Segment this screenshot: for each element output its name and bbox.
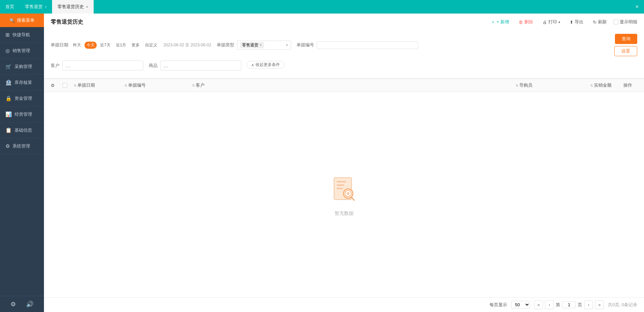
window-close-button[interactable]: × [630,4,644,10]
table-header: ⚙ ⇅ 单据日期 ⇅ 单据编号 ⇅ 客户 ⇅ [44,79,644,92]
customer-filter-group: 客户 ... [51,61,143,70]
bill-type-label: 单据类型 [217,42,234,48]
tab-retail-return-history-close[interactable]: × [86,5,88,9]
filter-area: 单据日期 昨天 今天 近7天 近1月 更多 自定义 2023-06-02 至 2… [51,30,637,78]
print-button[interactable]: 🖨 打印 ▾ [540,18,563,26]
query-action-group: 查询 设置 [614,34,637,56]
display-mingxi-label: 显示明细 [620,19,637,25]
date-shortcut-custom[interactable]: 自定义 [143,42,159,49]
add-label: + 新增 [497,19,509,25]
tab-retail-return[interactable]: 零售退货 × [20,0,52,14]
customer-label: 客户 [51,63,59,69]
refresh-icon: ↻ [593,20,597,25]
th-checkbox[interactable] [59,83,71,88]
add-button[interactable]: ＋ + 新增 [488,18,512,26]
sidebar-item-label: 基础信息 [15,127,32,133]
bill-type-tag-remove[interactable]: × [260,43,262,47]
date-shortcut-1month[interactable]: 近1月 [114,42,128,49]
goods-filter-group: 商品 ... [149,61,241,70]
sidebar-item-label: 库存核算 [15,80,32,86]
sidebar-item-finance[interactable]: 🔒 资金管理 [0,91,44,107]
th-guide[interactable]: ⇅ 导购员 [513,82,564,88]
filter-settings-button[interactable]: 设置 [614,46,637,56]
filter-row-1: 单据日期 昨天 今天 近7天 近1月 更多 自定义 2023-06-02 至 2… [51,34,637,56]
delete-button[interactable]: 🗑 删除 [516,18,536,26]
base-info-icon: 📋 [5,127,12,133]
sidebar-item-sales-mgmt[interactable]: ◎ 销售管理 [0,43,44,59]
sidebar-item-quick-nav[interactable]: ⊞ 快捷导航 [0,27,44,43]
sidebar-item-base-info[interactable]: 📋 基础信息 [0,122,44,138]
page-title: 零售退货历史 [51,19,83,26]
th-action-label: 操作 [623,82,632,88]
next-page-button[interactable]: › [584,300,593,309]
th-billno-sort-icon: ⇅ [124,84,127,87]
th-date[interactable]: ⇅ 单据日期 [71,82,122,88]
empty-illustration [327,173,361,206]
date-shortcut-today[interactable]: 今天 [85,42,97,49]
sidebar-search[interactable]: 🔍 搜索菜单 [0,14,44,27]
page-size-select[interactable]: 50 20 100 [511,301,530,309]
bill-type-select[interactable]: 零售退货 × ▾ [237,41,291,50]
mingxi-checkbox-box[interactable] [614,20,618,24]
th-customer-label: 客户 [196,82,205,88]
query-button[interactable]: 查询 [615,34,637,44]
date-shortcut-yesterday[interactable]: 昨天 [71,42,83,49]
th-amount[interactable]: ⇅ 实销金额 [564,82,614,88]
date-shortcuts: 昨天 今天 近7天 近1月 更多 自定义 [71,42,159,49]
delete-label: 删除 [524,19,533,25]
display-mingxi-checkbox[interactable]: 显示明细 [614,19,637,25]
sidebar-bottom: ⚙ 🔊 [0,296,44,312]
collapse-button[interactable]: ∧ 收起更多条件 [247,61,284,69]
svg-line-6 [352,197,354,200]
tab-retail-return-history-label: 零售退货历史 [57,4,84,10]
export-button[interactable]: ⬆ 导出 [567,18,586,26]
page-size-label: 每页显示 [490,302,507,308]
sidebar-item-sys-mgmt[interactable]: ⚙ 系统管理 [0,138,44,154]
sidebar-item-operations[interactable]: 📊 经营管理 [0,107,44,122]
svg-rect-3 [337,188,343,189]
inventory-icon: 🏦 [5,80,12,86]
page-unit: 页 [578,302,582,308]
print-label: 打印 [548,19,557,25]
sales-icon: ◎ [5,48,10,54]
content-area: 零售退货历史 ＋ + 新增 🗑 删除 🖨 打印 ▾ [44,14,644,312]
table-area: ⚙ ⇅ 单据日期 ⇅ 单据编号 ⇅ 客户 ⇅ [44,79,644,312]
volume-icon[interactable]: 🔊 [26,300,33,308]
search-icon: 🔍 [9,18,15,23]
customer-select[interactable]: ... [62,61,143,70]
sidebar-item-label: 快捷导航 [13,32,30,38]
select-all-checkbox[interactable] [63,83,67,88]
date-shortcut-more[interactable]: 更多 [129,42,142,49]
sidebar-item-purchase-mgmt[interactable]: 🛒 采购管理 [0,59,44,75]
refresh-button[interactable]: ↻ 刷新 [590,18,610,26]
bill-no-filter-group: 单据编号 [296,41,418,49]
bill-no-label: 单据编号 [296,42,314,48]
table-settings-icon[interactable]: ⚙ [51,83,55,88]
date-shortcut-7days[interactable]: 近7天 [98,42,113,49]
sidebar-item-inventory[interactable]: 🏦 库存核算 [0,75,44,91]
date-range-display: 2023-06-02 至 2023-06-02 [163,42,211,48]
main-layout: 🔍 搜索菜单 ⊞ 快捷导航 ◎ 销售管理 🛒 采购管理 🏦 库存核算 🔒 [0,14,644,312]
tab-retail-return-close[interactable]: × [45,5,47,9]
sidebar-search-label: 搜索菜单 [17,17,34,23]
prev-page-button[interactable]: ‹ [545,300,554,309]
th-settings[interactable]: ⚙ [47,83,59,88]
settings-icon[interactable]: ⚙ [10,300,16,308]
tab-retail-return-history[interactable]: 零售退货历史 × [52,0,93,14]
th-billno[interactable]: ⇅ 单据编号 [122,82,189,88]
delete-icon: 🗑 [519,20,523,25]
empty-state: 暂无数据 [327,173,361,217]
bill-no-input[interactable] [317,41,418,49]
collapse-icon: ∧ [251,63,254,67]
first-page-button[interactable]: « [534,300,543,309]
th-date-label: 单据日期 [77,82,95,88]
quick-nav-icon: ⊞ [5,32,10,38]
finance-icon: 🔒 [5,95,12,102]
sidebar-item-label: 经营管理 [15,111,32,117]
last-page-button[interactable]: » [595,300,604,309]
operations-icon: 📊 [5,111,12,117]
goods-select[interactable]: ... [160,61,241,70]
tab-home[interactable]: 首页 [0,0,20,14]
th-customer[interactable]: ⇅ 客户 [189,82,513,88]
page-input[interactable] [562,301,576,308]
